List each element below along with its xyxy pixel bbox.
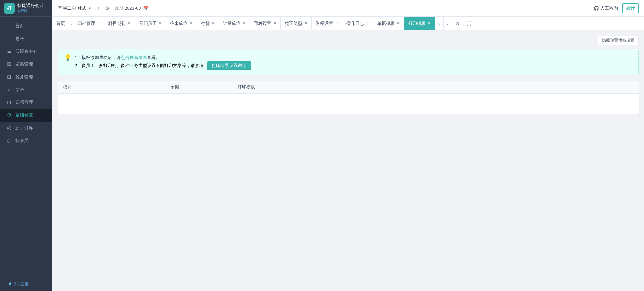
print-template-table: 模块 单据 打印模板 (58, 81, 639, 114)
sidebar-item-label: 云报表中心 (15, 48, 37, 54)
sidebar-item-reports[interactable]: ☁ 云报表中心 (0, 45, 52, 58)
main-area: 基层工会测试 ▼ ＋ ⚙ 账期 2023-03 📅 🎧 人工咨询 会计 首页 ‹… (52, 0, 644, 291)
period-value: 2023-03 (125, 6, 141, 11)
support-button[interactable]: 🎧 人工咨询 (594, 5, 618, 11)
tab-inventory-label: 存货 (201, 20, 210, 27)
tab-voucher-label: 凭证类型 (285, 20, 302, 27)
tab-printtemplate-close-icon[interactable]: ✕ (428, 21, 431, 26)
sidebar-item-label: 新手引导 (15, 125, 33, 131)
table-header: 模块 单据 打印模板 (58, 81, 639, 94)
tab-archive[interactable]: 归档管理 ✕ (73, 17, 104, 30)
col-header-module: 模块 (58, 84, 165, 90)
sidebar-item-invoice[interactable]: ▤ 发票管理 (0, 58, 52, 70)
tab-unit-label: 计量单位 (223, 20, 240, 27)
tab-clients-close-icon[interactable]: ✕ (190, 21, 193, 26)
sidebar-item-ledger[interactable]: ≡ 总账 (0, 32, 52, 45)
info-line2-prefix: 2、多员工、多打印机、多种业务类型设置不同打印方案等，请参考 (75, 63, 204, 69)
topbar: 基层工会测试 ▼ ＋ ⚙ 账期 2023-03 📅 🎧 人工咨询 会计 (52, 0, 644, 17)
tab-oplog-label: 操作日志 (346, 20, 364, 27)
sidebar-item-home[interactable]: ⌂ 首页 (0, 19, 52, 32)
tab-inventory[interactable]: 存货 ✕ (197, 17, 219, 30)
logo-sub: 旗舰版 (17, 9, 44, 13)
topbar-settings-icon[interactable]: ⚙ (105, 5, 109, 11)
home-icon: ⌂ (6, 23, 12, 29)
tab-departments-close-icon[interactable]: ✕ (159, 21, 162, 26)
kuaiji-button[interactable]: 会计 (622, 3, 639, 13)
col-header-doc: 单据 (165, 84, 232, 90)
tab-archive-close-icon[interactable]: ✕ (97, 21, 100, 26)
company-selector[interactable]: 基层工会测试 ▼ (58, 5, 92, 11)
tab-currency[interactable]: 币种设置 ✕ (250, 17, 281, 30)
info-box: 💡 1、模板添加成功后，请点击刷新页面查看。 2、多员工、多打印机、多种业务类型… (58, 49, 639, 75)
tab-departments[interactable]: 部门员工 ✕ (135, 17, 166, 30)
sidebar-item-label: 首页 (15, 23, 24, 29)
period-label: 账期 (115, 5, 123, 11)
tab-nav-next[interactable]: › (444, 17, 452, 30)
tab-subjects-label: 科目期初 (108, 20, 126, 27)
guide-icon: ◎ (6, 125, 12, 131)
tab-nav-prev[interactable]: ‹ (435, 17, 444, 30)
tab-clients-label: 往来单位 (170, 20, 187, 27)
unpin-button[interactable]: ◀ 取消固定 (0, 277, 52, 291)
sidebar-item-guide[interactable]: ◎ 新手引导 (0, 122, 52, 134)
sidebar-item-archive[interactable]: ⊡ 归档管理 (0, 96, 52, 109)
sidebar-item-settle[interactable]: ✓ 结账 (0, 83, 52, 96)
add-tab-button[interactable]: ＋ (96, 5, 101, 12)
company-name: 基层工会测试 (58, 5, 86, 11)
tab-printtemplate-label: 打印模板 (408, 20, 426, 27)
tab-expand-button[interactable]: ⛶ (463, 17, 474, 30)
calendar-icon[interactable]: 📅 (143, 6, 148, 11)
settings-icon: ⚙ (6, 112, 12, 118)
tab-voucher-close-icon[interactable]: ✕ (304, 21, 307, 26)
tab-singledoc-close-icon[interactable]: ✕ (397, 21, 400, 26)
tab-singledoc-label: 单据模板 (377, 20, 395, 27)
member-icon: ◇ (6, 138, 12, 144)
dropdown-arrow-icon: ▼ (88, 6, 92, 10)
bulb-icon: 💡 (64, 54, 71, 61)
tab-home[interactable]: 首页 (52, 17, 69, 30)
logo-text: 畅捷通好会计 (17, 3, 44, 9)
sidebar-item-label: 畅会员 (15, 138, 29, 144)
tab-subjects[interactable]: 科目期初 ✕ (104, 17, 135, 30)
tab-oplog[interactable]: 操作日志 ✕ (342, 17, 373, 30)
sidebar-item-tax[interactable]: ⊞ 税务管理 (0, 70, 52, 83)
tab-subjects-close-icon[interactable]: ✕ (128, 21, 131, 26)
tab-tax-close-icon[interactable]: ✕ (335, 21, 338, 26)
tab-singledoc[interactable]: 单据模板 ✕ (373, 17, 404, 30)
info-line1: 1、模板添加成功后，请点击刷新页面查看。 (75, 54, 632, 61)
explain-button[interactable]: 打印场景设置说明 (207, 61, 251, 70)
tab-chevron-icon: ‹ (69, 21, 73, 26)
logo: 好 畅捷通好会计 旗舰版 (0, 0, 52, 17)
tab-currency-label: 币种设置 (254, 20, 271, 27)
tab-inventory-close-icon[interactable]: ✕ (212, 21, 215, 26)
period-display: 账期 2023-03 📅 (115, 5, 148, 11)
tab-tax-label: 财税设置 (316, 20, 333, 27)
tab-tax[interactable]: 财税设置 ✕ (312, 17, 342, 30)
tax-icon: ⊞ (6, 74, 12, 80)
info-line1-prefix: 1、模板添加成功后，请 (75, 55, 121, 60)
tab-close-all-button[interactable]: ✕ (452, 17, 463, 30)
tab-departments-label: 部门员工 (139, 20, 157, 27)
headset-icon: 🎧 (594, 6, 599, 11)
content-area: 隐藏预置模板设置 💡 1、模板添加成功后，请点击刷新页面查看。 2、多员工、多打… (52, 30, 644, 291)
tab-unit[interactable]: 计量单位 ✕ (219, 17, 250, 30)
hide-template-button[interactable]: 隐藏预置模板设置 (598, 36, 639, 45)
sidebar-item-label: 税务管理 (15, 74, 33, 80)
tab-unit-close-icon[interactable]: ✕ (243, 21, 246, 26)
ledger-icon: ≡ (6, 36, 12, 42)
tabbar: 首页 ‹ 归档管理 ✕ 科目期初 ✕ 部门员工 ✕ 往来单位 ✕ 存货 ✕ 计量… (52, 17, 644, 30)
sidebar-nav: ⌂ 首页 ≡ 总账 ☁ 云报表中心 ▤ 发票管理 ⊞ 税务管理 ✓ 结账 ⊡ 归… (0, 17, 52, 277)
sidebar-item-label: 基础设置 (15, 112, 33, 118)
tab-archive-label: 归档管理 (77, 20, 95, 27)
tab-voucher[interactable]: 凭证类型 ✕ (281, 17, 312, 30)
settle-icon: ✓ (6, 87, 12, 93)
table-body (58, 94, 639, 114)
refresh-link[interactable]: 点击刷新页面 (121, 55, 147, 60)
sidebar-item-settings[interactable]: ⚙ 基础设置 (0, 109, 52, 122)
tab-printtemplate[interactable]: 打印模板 ✕ (404, 17, 435, 30)
tab-currency-close-icon[interactable]: ✕ (273, 21, 276, 26)
tab-clients[interactable]: 往来单位 ✕ (166, 17, 197, 30)
sidebar-item-label: 发票管理 (15, 61, 33, 67)
tab-oplog-close-icon[interactable]: ✕ (366, 21, 369, 26)
sidebar-item-member[interactable]: ◇ 畅会员 (0, 134, 52, 147)
